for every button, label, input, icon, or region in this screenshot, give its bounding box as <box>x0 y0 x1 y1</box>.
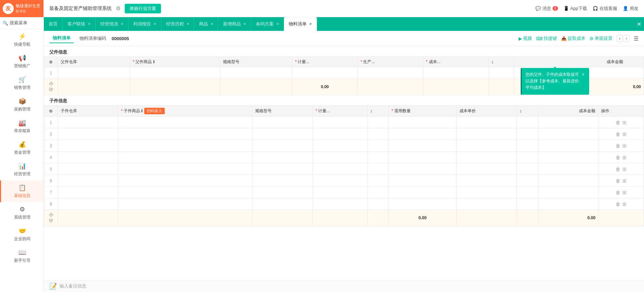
child-warehouse-4[interactable] <box>58 163 118 175</box>
child-spec-0[interactable] <box>252 117 312 128</box>
child-spec-7[interactable] <box>252 198 312 210</box>
child-goods-2[interactable] <box>118 140 252 152</box>
copy-icon-1[interactable]: ⊞ <box>622 131 627 137</box>
child-spec-6[interactable] <box>252 187 312 198</box>
child-unitcost-4[interactable] <box>456 163 517 175</box>
child-goods-6[interactable] <box>118 187 252 198</box>
child-unitcost-5[interactable] <box>456 175 517 187</box>
child-warehouse-5[interactable] <box>58 175 118 187</box>
child-warehouse-3[interactable] <box>58 152 118 163</box>
child-unitcost-0[interactable] <box>456 117 517 128</box>
search-menu-item[interactable]: 🔍 搜索菜单 <box>0 17 44 29</box>
copy-icon-2[interactable]: ⊞ <box>622 143 627 149</box>
view-btn[interactable]: ▶ 视频 <box>519 35 532 42</box>
child-qty-4[interactable] <box>389 163 457 175</box>
child-unit-2[interactable] <box>312 140 367 152</box>
child-goods-0[interactable] <box>118 117 252 128</box>
sidebar-item-enterprise[interactable]: 🤝 企业协同 <box>0 224 44 245</box>
tab-goods[interactable]: 商品 × <box>194 17 218 31</box>
sidebar-item-inventory[interactable]: 🏭 库存核算 <box>0 116 44 137</box>
delete-icon-2[interactable]: 🗑 <box>616 143 620 149</box>
message-item[interactable]: 💬 消息 6 <box>535 5 558 12</box>
tab-operations-status-close[interactable]: × <box>121 22 123 26</box>
child-unit-5[interactable] <box>312 175 367 187</box>
nav-prev[interactable]: ‹ <box>617 35 623 42</box>
app-download-item[interactable]: 📱 App下载 <box>564 5 587 12</box>
child-unit-4[interactable] <box>312 163 367 175</box>
tooltip-close-btn[interactable]: × <box>582 71 584 78</box>
child-unit-3[interactable] <box>312 152 367 163</box>
sub-tab-bom-list[interactable]: 物料清单 <box>49 34 74 43</box>
experience-btn[interactable]: 体验行业方案 <box>125 4 161 13</box>
sidebar-item-finance[interactable]: 💰 资金管理 <box>0 137 44 159</box>
child-warehouse-1[interactable] <box>58 128 118 140</box>
extract-cost-btn[interactable]: 📥 提取成本 <box>561 35 585 42</box>
parent-unit-cell[interactable] <box>292 67 358 79</box>
child-unit-1[interactable] <box>312 128 367 140</box>
tab-profit-close[interactable]: × <box>154 22 156 26</box>
sidebar-item-basic-info[interactable]: 📋 基础信息 <box>0 180 44 202</box>
child-goods-3[interactable] <box>118 152 252 163</box>
tab-bom-close[interactable]: × <box>309 22 312 26</box>
child-goods-1[interactable] <box>118 128 252 140</box>
tab-bom[interactable]: 物料清单 × <box>284 17 317 31</box>
child-qty-6[interactable] <box>389 187 457 198</box>
child-unit-0[interactable] <box>312 117 367 128</box>
copy-icon-4[interactable]: ⊞ <box>622 166 627 172</box>
child-spec-1[interactable] <box>252 128 312 140</box>
tab-goods-close[interactable]: × <box>211 22 213 26</box>
tab-profit[interactable]: 利润报告 × <box>128 17 161 31</box>
single-settings-btn[interactable]: ⚙ 单据设置 <box>590 35 612 42</box>
sidebar-item-purchase[interactable]: 📦 采购管理 <box>0 94 44 116</box>
copy-icon-7[interactable]: ⊞ <box>622 201 627 207</box>
child-unit-6[interactable] <box>312 187 367 198</box>
tab-home[interactable]: 首页 <box>44 17 63 31</box>
tab-customer-close[interactable]: × <box>88 22 90 26</box>
user-item[interactable]: 👤 用友 <box>623 5 639 12</box>
tab-operations-status[interactable]: 经营情况 × <box>96 17 128 31</box>
delete-icon-6[interactable]: 🗑 <box>616 190 620 195</box>
sidebar-item-sales[interactable]: 🛒 销售管理 <box>0 72 44 94</box>
child-warehouse-2[interactable] <box>58 140 118 152</box>
copy-icon-5[interactable]: ⊞ <box>622 178 627 184</box>
shortcut-btn[interactable]: ⌨ 快捷键 <box>536 35 557 42</box>
child-unitcost-2[interactable] <box>456 140 517 152</box>
child-qty-2[interactable] <box>389 140 457 152</box>
tab-new-goods-close[interactable]: × <box>244 22 246 26</box>
child-goods-5[interactable] <box>118 175 252 187</box>
child-qty-1[interactable] <box>389 128 457 140</box>
child-spec-3[interactable] <box>252 152 312 163</box>
copy-icon-3[interactable]: ⊞ <box>622 155 627 160</box>
tab-barcode[interactable]: 条码方案 × <box>251 17 284 31</box>
sidebar-item-guide[interactable]: 📖 新手引导 <box>0 245 44 267</box>
sidebar-item-system[interactable]: ⚙ 系统管理 <box>0 202 44 224</box>
child-unitcost-7[interactable] <box>456 198 517 210</box>
parent-produce-cell[interactable] <box>358 67 423 79</box>
child-warehouse-0[interactable] <box>58 117 118 128</box>
child-spec-4[interactable] <box>252 163 312 175</box>
parent-warehouse-cell[interactable] <box>58 67 130 79</box>
online-service-item[interactable]: 🎧 在线客服 <box>593 5 617 12</box>
bottom-text[interactable]: 输入备注信息 <box>60 283 86 289</box>
child-qty-5[interactable] <box>389 175 457 187</box>
tab-history[interactable]: 经营历程 × <box>161 17 194 31</box>
sidebar-item-quick-nav[interactable]: ⚡ 快捷导航 <box>0 29 44 51</box>
child-spec-5[interactable] <box>252 175 312 187</box>
tab-new-goods[interactable]: 新增商品 × <box>218 17 251 31</box>
menu-icon[interactable]: ☰ <box>634 35 639 42</box>
tab-barcode-close[interactable]: × <box>276 22 279 26</box>
sidebar-item-operations[interactable]: 📊 经营管理 <box>0 159 44 180</box>
tab-history-close[interactable]: × <box>187 22 189 26</box>
child-col-settings[interactable]: ⚙ <box>44 106 58 117</box>
child-warehouse-7[interactable] <box>58 198 118 210</box>
delete-icon-1[interactable]: 🗑 <box>616 131 620 137</box>
nav-next[interactable]: › <box>623 35 630 42</box>
child-warehouse-6[interactable] <box>58 187 118 198</box>
delete-icon-3[interactable]: 🗑 <box>616 155 620 160</box>
delete-icon-4[interactable]: 🗑 <box>616 166 620 172</box>
child-col-expand[interactable]: ↕ <box>367 106 388 117</box>
settings-icon[interactable]: ⚙ <box>116 5 121 12</box>
parent-goods-cell[interactable] <box>130 67 220 79</box>
parent-col-expand[interactable]: ↕ <box>488 57 514 67</box>
child-qty-3[interactable] <box>389 152 457 163</box>
